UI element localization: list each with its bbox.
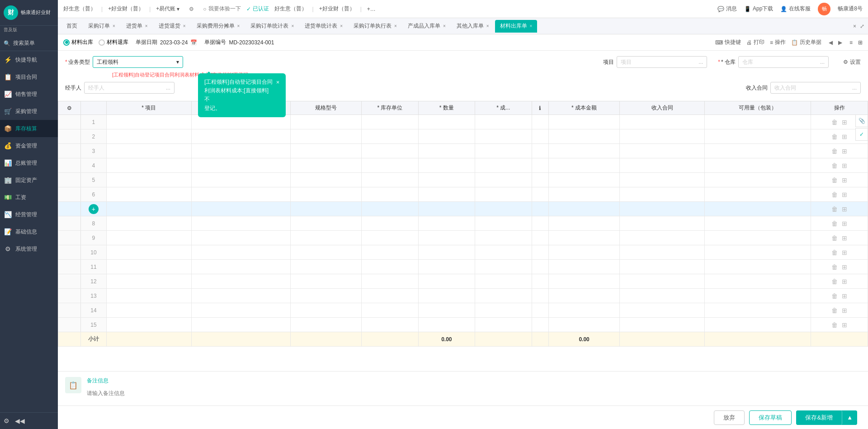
close-icon[interactable]: × <box>530 24 533 29</box>
income-contract-cell[interactable] <box>620 202 705 216</box>
project-cell[interactable] <box>106 303 191 318</box>
cost-amount-cell[interactable] <box>549 115 620 129</box>
copy-btn[interactable]: ⊞ <box>842 191 847 198</box>
tab-purchase-return[interactable]: 进货退货× <box>154 20 191 33</box>
view-grid-btn[interactable]: ⊞ <box>858 39 863 46</box>
material-cell[interactable] <box>191 187 291 202</box>
tab-material-outbound[interactable]: 材料出库单× <box>495 20 538 33</box>
available-cell[interactable] <box>705 245 811 260</box>
discard-button[interactable]: 放弃 <box>714 410 745 425</box>
project-cell[interactable] <box>106 231 191 245</box>
cost-amount-cell[interactable] <box>549 274 620 289</box>
service-btn[interactable]: 👤 在线客服 <box>780 5 811 13</box>
tab-purchase-expense[interactable]: 采购费用分摊单× <box>192 20 245 33</box>
tab-home[interactable]: 首页 <box>61 20 82 33</box>
nav-prev-btn[interactable]: ◀ <box>827 38 835 47</box>
cost-cell[interactable] <box>475 216 532 231</box>
sidebar-item-basic[interactable]: 📝 基础信息 <box>0 223 58 240</box>
material-cell[interactable] <box>191 216 291 231</box>
handler-input[interactable]: 经手人 ... <box>84 82 175 94</box>
qty-cell[interactable] <box>418 245 475 260</box>
settings-bottom-icon[interactable]: ⚙ <box>4 417 9 424</box>
message-btn[interactable]: 💬 消息 <box>717 5 737 13</box>
history-btn[interactable]: 📋 历史单据 <box>791 38 821 46</box>
copy-btn[interactable]: ⊞ <box>842 278 847 285</box>
available-cell[interactable] <box>705 231 811 245</box>
save-draft-button[interactable]: 保存草稿 <box>749 410 792 425</box>
available-cell[interactable] <box>705 202 811 216</box>
available-cell[interactable] <box>705 289 811 303</box>
sidebar-item-system[interactable]: ⚙ 系统管理 <box>0 240 58 257</box>
cost-amount-cell[interactable] <box>549 202 620 216</box>
delete-btn[interactable]: 🗑 <box>831 234 838 242</box>
qty-cell[interactable] <box>418 115 475 129</box>
doc-value[interactable]: MD-20230324-001 <box>229 39 274 46</box>
delete-btn[interactable]: 🗑 <box>831 263 838 271</box>
spec-cell[interactable] <box>291 144 362 158</box>
tab-purchase-receipt[interactable]: 进货单× <box>121 20 153 33</box>
radio-material-return[interactable]: 材料退库 <box>99 38 128 46</box>
copy-btn[interactable]: ⊞ <box>842 220 847 227</box>
unit-cell[interactable] <box>362 202 418 216</box>
cost-amount-cell[interactable] <box>549 158 620 173</box>
available-cell[interactable] <box>705 158 811 173</box>
cost-cell[interactable] <box>475 115 532 129</box>
save-new-button[interactable]: 保存&新增 <box>796 410 842 425</box>
date-value[interactable]: 2023-03-24 <box>160 39 188 46</box>
income-contract-cell[interactable] <box>620 187 705 202</box>
material-cell[interactable] <box>191 303 291 318</box>
user-name[interactable]: 畅康通8号 <box>838 5 863 13</box>
table-row[interactable]: 6 🗑 ⊞ <box>58 187 868 202</box>
material-cell[interactable] <box>191 289 291 303</box>
cost-cell[interactable] <box>475 129 532 144</box>
unit-cell[interactable] <box>362 274 418 289</box>
unit-cell[interactable] <box>362 187 418 202</box>
topbar-more-link3[interactable]: +… <box>367 6 376 12</box>
material-cell[interactable] <box>191 245 291 260</box>
table-row[interactable]: 11 🗑 ⊞ <box>58 260 868 274</box>
income-contract-input[interactable]: 收入合同 ... <box>770 82 861 94</box>
unit-cell[interactable] <box>362 245 418 260</box>
copy-btn[interactable]: ⊞ <box>842 133 847 140</box>
available-cell[interactable] <box>705 129 811 144</box>
delete-btn[interactable]: 🗑 <box>831 133 838 140</box>
copy-btn[interactable]: ⊞ <box>842 119 847 126</box>
cost-amount-cell[interactable] <box>549 187 620 202</box>
delete-btn[interactable]: 🗑 <box>831 307 838 314</box>
table-row[interactable]: 12 🗑 ⊞ <box>58 274 868 289</box>
warehouse-input[interactable]: 仓库 ... <box>738 56 829 68</box>
project-cell[interactable] <box>106 115 191 129</box>
project-cell[interactable] <box>106 129 191 144</box>
close-icon[interactable]: × <box>237 24 240 29</box>
copy-btn[interactable]: ⊞ <box>842 292 847 300</box>
copy-btn[interactable]: ⊞ <box>842 148 847 155</box>
spec-cell[interactable] <box>291 245 362 260</box>
copy-btn[interactable]: ⊞ <box>842 263 847 271</box>
project-cell[interactable] <box>106 187 191 202</box>
table-row[interactable]: + 🗑 ⊞ <box>58 202 868 216</box>
close-icon[interactable]: × <box>183 24 186 29</box>
tab-product-inbound[interactable]: 产成品入库单× <box>403 20 451 33</box>
spec-cell[interactable] <box>291 303 362 318</box>
close-icon[interactable]: × <box>291 24 294 29</box>
table-row[interactable]: 15 🗑 ⊞ <box>58 318 868 332</box>
qty-cell[interactable] <box>418 202 475 216</box>
topbar-more-link2[interactable]: +好业财（普） <box>319 5 355 13</box>
spec-cell[interactable] <box>291 202 362 216</box>
copy-btn[interactable]: ⊞ <box>842 321 847 329</box>
cost-cell[interactable] <box>475 289 532 303</box>
delete-btn[interactable]: 🗑 <box>831 205 838 213</box>
table-row[interactable]: 8 🗑 ⊞ <box>58 216 868 231</box>
project-cell[interactable] <box>106 216 191 231</box>
tab-purchase-exec[interactable]: 采购订单执行表× <box>349 20 402 33</box>
tab-purchase-receipt-stat[interactable]: 进货单统计表× <box>300 20 348 33</box>
spec-cell[interactable] <box>291 274 362 289</box>
cost-cell[interactable] <box>475 274 532 289</box>
view-list-btn[interactable]: ≡ <box>849 39 853 46</box>
sidebar-item-accounting[interactable]: 📊 总账管理 <box>0 154 58 172</box>
close-icon[interactable]: × <box>394 24 397 29</box>
collapse-icon[interactable]: ◀◀ <box>15 417 25 424</box>
unit-cell[interactable] <box>362 158 418 173</box>
delete-btn[interactable]: 🗑 <box>831 278 838 285</box>
unit-cell[interactable] <box>362 129 418 144</box>
